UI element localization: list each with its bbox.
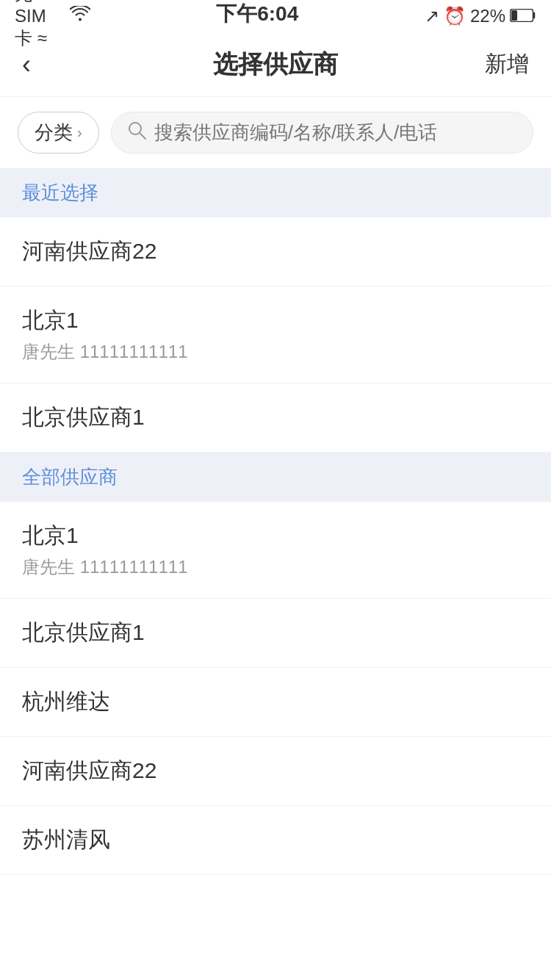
location-icon: ↗ bbox=[425, 6, 439, 26]
list-item[interactable]: 北京1唐先生 11111111111 bbox=[0, 502, 551, 599]
supplier-name: 北京供应商1 bbox=[22, 618, 529, 648]
supplier-sub: 唐先生 11111111111 bbox=[22, 340, 529, 364]
svg-line-3 bbox=[140, 134, 145, 140]
supplier-name: 河南供应商22 bbox=[22, 237, 529, 267]
search-input[interactable] bbox=[154, 121, 518, 144]
list-item[interactable]: 杭州维达 bbox=[0, 668, 551, 737]
battery-icon bbox=[510, 6, 536, 26]
search-box[interactable] bbox=[111, 112, 533, 154]
list-item[interactable]: 河南供应商22 bbox=[0, 217, 551, 287]
supplier-name: 杭州维达 bbox=[22, 687, 529, 717]
status-left: 无 SIM 卡 ≈ bbox=[15, 0, 90, 50]
chevron-right-icon: › bbox=[77, 124, 82, 141]
list-item[interactable]: 苏州清风 bbox=[0, 806, 551, 875]
back-button[interactable]: ‹ bbox=[22, 49, 66, 80]
filter-bar: 分类 › bbox=[0, 97, 551, 168]
status-right: ↗ ⏰ 22% bbox=[425, 6, 536, 26]
supplier-name: 河南供应商22 bbox=[22, 756, 529, 786]
supplier-name: 北京1 bbox=[22, 521, 529, 551]
search-icon bbox=[126, 120, 147, 145]
supplier-name: 北京供应商1 bbox=[22, 403, 529, 433]
page-title: 选择供应商 bbox=[213, 48, 338, 82]
list-item[interactable]: 北京供应商1 bbox=[0, 599, 551, 668]
list-item[interactable]: 河南供应商22 bbox=[0, 737, 551, 806]
category-label: 分类 bbox=[35, 120, 73, 145]
add-button[interactable]: 新增 bbox=[485, 49, 529, 79]
supplier-name: 苏州清风 bbox=[22, 825, 529, 855]
status-time: 下午6:04 bbox=[216, 0, 298, 28]
list-item[interactable]: 北京1唐先生 11111111111 bbox=[0, 287, 551, 383]
category-button[interactable]: 分类 › bbox=[18, 112, 99, 154]
alarm-icon: ⏰ bbox=[444, 6, 466, 26]
supplier-name: 北京1 bbox=[22, 306, 529, 336]
status-bar: 无 SIM 卡 ≈ 下午6:04 ↗ ⏰ 22% bbox=[0, 0, 551, 32]
supplier-sub: 唐先生 11111111111 bbox=[22, 555, 529, 579]
svg-rect-1 bbox=[511, 10, 517, 21]
section-header-recent: 最近选择 bbox=[0, 168, 551, 217]
wifi-icon bbox=[70, 6, 90, 26]
battery-percent: 22% bbox=[470, 6, 505, 26]
supplier-list: 最近选择河南供应商22北京1唐先生 11111111111北京供应商1全部供应商… bbox=[0, 168, 551, 875]
sim-status: 无 SIM 卡 ≈ bbox=[15, 0, 64, 50]
svg-point-2 bbox=[129, 123, 141, 134]
section-header-all: 全部供应商 bbox=[0, 453, 551, 502]
list-item[interactable]: 北京供应商1 bbox=[0, 383, 551, 453]
